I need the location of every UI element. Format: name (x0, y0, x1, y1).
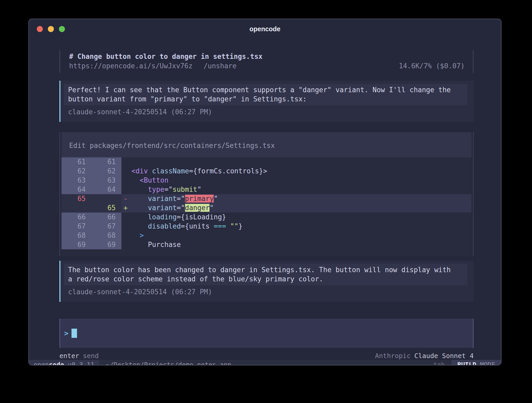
diff-row: 6363 <Button (62, 176, 472, 185)
diff-view: 61616262<div className={formCs.controls}… (62, 157, 472, 256)
model-timestamp: claude-sonnet-4-20250514 (06:27 PM) (68, 107, 467, 117)
new-line-number: 63 (91, 176, 121, 185)
code-line: variant="danger" (131, 203, 472, 213)
diff-row: 6767 disabled={units === ""} (62, 222, 472, 231)
diff-row: 6262<div className={formCs.controls}> (62, 167, 472, 176)
new-line-number (91, 194, 121, 203)
code-line: Purchase (131, 240, 472, 249)
working-directory: ~/Desktop/Projects/demo-notes-app (106, 361, 231, 365)
old-line-number: 62 (62, 167, 91, 176)
text-cursor (71, 329, 77, 338)
title-bar: opencode (29, 19, 501, 39)
diff-row: 65- variant="primary" (62, 194, 472, 203)
diff-marker (121, 240, 131, 249)
app-version-chip: opencode v0.3.11 (29, 360, 99, 365)
old-line-number: 61 (62, 157, 91, 167)
diff-marker (121, 167, 131, 176)
code-line: variant="primary" (131, 194, 472, 203)
enter-key-hint: enter (59, 352, 79, 360)
app-name-code: code (49, 361, 64, 365)
edit-tool-card: Edit packages/frontend/src/containers/Se… (59, 132, 474, 256)
code-line: <Button (131, 176, 472, 185)
diff-row: 65+ variant="danger" (62, 203, 472, 213)
code-line: <div className={formCs.controls}> (131, 167, 472, 176)
status-bar: opencode v0.3.11 ~/Desktop/Projects/demo… (29, 360, 501, 365)
new-line-number: 62 (91, 167, 121, 176)
diff-row: 6666 loading={isLoading} (62, 213, 472, 222)
diff-row: 6868 > (62, 231, 472, 240)
model-label: Claude Sonnet 4 (414, 352, 474, 360)
diff-marker (121, 176, 131, 185)
share-url[interactable]: https://opencode.ai/s/UwJxv76z (69, 61, 193, 71)
edit-file-title: Edit packages/frontend/src/containers/Se… (62, 132, 472, 157)
tab-key-hint[interactable]: tab (433, 361, 445, 365)
old-line-number: 66 (62, 213, 91, 222)
session-content: # Change button color to danger in setti… (59, 39, 474, 360)
prompt-chevron: > (64, 329, 68, 337)
diff-rows: 61616262<div className={formCs.controls}… (62, 157, 472, 249)
hint-row: entersend AnthropicClaude Sonnet 4 (59, 352, 474, 360)
diff-row: 6464 type="submit" (62, 185, 472, 194)
diff-row: 6969 Purchase (62, 240, 472, 249)
diff-marker: + (121, 203, 131, 213)
code-line: type="submit" (131, 185, 472, 194)
diff-marker (121, 157, 131, 167)
old-line-number: 65 (62, 194, 91, 203)
mode-chip[interactable]: BUILDMODE (452, 360, 501, 365)
prompt-input[interactable]: > (59, 319, 474, 348)
diff-row: 6161 (62, 157, 472, 167)
new-line-number: 66 (91, 213, 121, 222)
app-version: v0.3.11 (68, 361, 94, 365)
assistant-message: The button color has been changed to dan… (59, 261, 474, 302)
send-action-hint: send (83, 352, 99, 360)
old-line-number (62, 203, 91, 213)
diff-marker (121, 185, 131, 194)
old-line-number: 64 (62, 185, 91, 194)
diff-marker: - (121, 194, 131, 203)
model-timestamp: claude-sonnet-4-20250514 (06:27 PM) (68, 287, 467, 297)
app-name-open: open (34, 361, 49, 365)
old-line-number: 67 (62, 222, 91, 231)
mode-suffix: MODE (480, 361, 495, 365)
message-text: The button color has been changed to dan… (64, 264, 467, 285)
code-line (131, 157, 472, 167)
message-text: Perfect! I can see that the Button compo… (64, 84, 467, 105)
new-line-number: 65 (91, 203, 121, 213)
new-line-number: 67 (91, 222, 121, 231)
code-line: disabled={units === ""} (131, 222, 472, 231)
new-line-number: 64 (91, 185, 121, 194)
mode-name: BUILD (457, 361, 476, 365)
new-line-number: 61 (91, 157, 121, 167)
session-header: # Change button color to danger in setti… (59, 50, 474, 73)
session-title: # Change button color to danger in setti… (69, 52, 263, 61)
old-line-number: 69 (62, 240, 91, 249)
assistant-message: Perfect! I can see that the Button compo… (59, 81, 474, 122)
old-line-number: 68 (62, 231, 91, 240)
token-cost-stats: 14.6K/7% ($0.07) (399, 62, 465, 70)
new-line-number: 69 (91, 240, 121, 249)
code-line: > (131, 231, 472, 240)
provider-label: Anthropic (375, 352, 411, 360)
unshare-command: /unshare (204, 61, 237, 71)
window-title: opencode (29, 25, 501, 33)
code-line: loading={isLoading} (131, 213, 472, 222)
app-window: opencode # Change button color to danger… (28, 19, 502, 365)
diff-marker (121, 231, 131, 240)
new-line-number: 68 (91, 231, 121, 240)
diff-marker (121, 213, 131, 222)
old-line-number: 63 (62, 176, 91, 185)
diff-marker (121, 222, 131, 231)
